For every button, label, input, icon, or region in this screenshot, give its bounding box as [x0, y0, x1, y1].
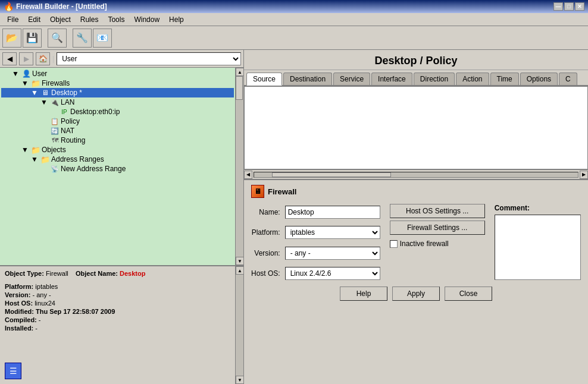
close-btn[interactable]: ✕	[575, 2, 584, 11]
tree-item-user[interactable]: ▼ 👤 User	[1, 69, 234, 78]
scroll-down-btn[interactable]: ▼	[236, 257, 243, 265]
tree-label: Firewalls	[42, 79, 234, 87]
tree-item-new-addr-range[interactable]: 📡 New Address Range	[1, 164, 234, 174]
tab-destination[interactable]: Destination	[283, 73, 332, 85]
modified-value: Thu Sep 17 22:58:07 2009	[36, 308, 115, 315]
tree-user-select[interactable]: User	[57, 52, 241, 65]
install-btn[interactable]: 📧	[93, 29, 112, 48]
spacer	[39, 127, 49, 135]
app-icon: 🔥	[4, 2, 14, 11]
firewall-icon: 🖥	[40, 89, 50, 97]
home-btn[interactable]: 🏠	[36, 52, 50, 65]
object-type-value: Firewall	[46, 270, 68, 277]
h-scroll-thumb[interactable]	[272, 172, 391, 177]
info-panel: Object Type: Firewall Object Name: Deskt…	[0, 265, 243, 384]
tree-item-address-ranges[interactable]: ▼ 📁 Address Ranges	[1, 155, 234, 164]
menu-object[interactable]: Object	[45, 14, 76, 25]
ip-icon: IP	[60, 108, 69, 116]
tree-item-nat[interactable]: 🔄 NAT	[1, 126, 234, 136]
platform-label: Platform:	[5, 283, 33, 290]
scroll-track[interactable]	[236, 76, 243, 257]
info-scrollbar[interactable]: ▲ ▼	[235, 266, 243, 384]
scroll-thumb[interactable]	[236, 76, 243, 100]
window-title: Firewall Builder - [Untitled]	[16, 2, 107, 11]
menu-help[interactable]: Help	[164, 14, 189, 25]
tab-source[interactable]: Source	[246, 73, 282, 86]
tab-service[interactable]: Service	[333, 73, 370, 85]
tab-time[interactable]: Time	[490, 73, 519, 85]
h-scrollbar[interactable]: ◀ ▶	[244, 169, 588, 179]
menu-file[interactable]: File	[2, 14, 23, 25]
version-label: Version:	[5, 291, 30, 298]
info-scroll-down[interactable]: ▼	[236, 376, 243, 384]
hostos-settings-btn[interactable]: Host OS Settings ...	[390, 204, 485, 218]
back-btn[interactable]: ◀	[2, 52, 17, 65]
tree-label: Objects	[42, 146, 234, 154]
comment-textarea[interactable]	[495, 215, 581, 280]
info-scroll-track	[236, 275, 243, 376]
user-icon: 👤	[21, 70, 31, 78]
scroll-up-btn[interactable]: ▲	[236, 68, 243, 76]
form-right: Comment:	[495, 204, 581, 282]
tab-c[interactable]: C	[559, 73, 577, 85]
open-btn[interactable]: 📂	[2, 29, 21, 48]
spacer	[39, 136, 49, 144]
tree-label: Address Ranges	[51, 155, 234, 163]
tree-item-objects[interactable]: ▼ 📁 Objects	[1, 145, 234, 155]
version-select[interactable]: - any - 1.2 1.3	[285, 247, 380, 260]
h-scroll-left[interactable]: ◀	[244, 171, 252, 179]
h-scroll-right[interactable]: ▶	[580, 171, 588, 179]
h-scroll-track[interactable]	[254, 172, 578, 178]
tree-item-routing[interactable]: 🗺 Routing	[1, 136, 234, 145]
modified-label: Modified:	[5, 308, 34, 315]
help-btn[interactable]: Help	[340, 287, 387, 301]
folder-icon: 📁	[31, 79, 40, 87]
firewall-settings-btn[interactable]: Firewall Settings ...	[390, 221, 485, 235]
tree-label: LAN	[61, 98, 234, 106]
tree-item-desktop[interactable]: ▼ 🖥 Desktop *	[1, 88, 234, 97]
platform-label: Platform:	[251, 228, 280, 237]
platform-select[interactable]: iptables pf ipfw	[285, 226, 380, 239]
menu-window[interactable]: Window	[129, 14, 164, 25]
menu-edit[interactable]: Edit	[23, 14, 45, 25]
search-btn[interactable]: 🔍	[48, 29, 67, 48]
compiled-value: -	[39, 316, 41, 323]
menu-tools[interactable]: Tools	[103, 14, 129, 25]
save-btn[interactable]: 💾	[23, 29, 42, 48]
version-label: Version:	[251, 249, 280, 257]
left-panel: ◀ ▶ 🏠 | User ▼ 👤 User ▼ 📁 Fir	[0, 50, 244, 384]
tab-direction[interactable]: Direction	[414, 73, 455, 85]
tree-scrollbar[interactable]: ▲ ▼	[235, 68, 243, 265]
inactive-checkbox[interactable]	[390, 240, 398, 248]
network-icon: 🔌	[50, 98, 60, 106]
close-btn[interactable]: Close	[445, 287, 492, 301]
tab-interface[interactable]: Interface	[371, 73, 412, 85]
tree-item-policy[interactable]: 📋 Policy	[1, 117, 234, 126]
folder-icon: 📁	[31, 146, 40, 154]
forward-btn[interactable]: ▶	[19, 52, 33, 65]
minimize-btn[interactable]: —	[553, 2, 563, 11]
hostos-label: Host OS:	[5, 300, 33, 307]
tree-item-firewalls[interactable]: ▼ 📁 Firewalls	[1, 78, 234, 88]
title-bar: 🔥 Firewall Builder - [Untitled] — □ ✕	[0, 0, 588, 13]
settings-btn[interactable]: 🔧	[73, 29, 92, 48]
tab-options[interactable]: Options	[520, 73, 558, 85]
info-scroll-up[interactable]: ▲	[236, 266, 243, 275]
object-name-label: Object Name:	[76, 270, 118, 277]
maximize-btn[interactable]: □	[564, 2, 574, 11]
tree-item-eth0[interactable]: IP Desktop:eth0:ip	[1, 107, 234, 117]
policy-icon: 📋	[50, 117, 60, 125]
comment-label: Comment:	[495, 204, 581, 212]
apply-btn[interactable]: Apply	[392, 287, 440, 301]
menu-rules[interactable]: Rules	[76, 14, 104, 25]
tab-action[interactable]: Action	[456, 73, 489, 85]
installed-value: -	[35, 325, 37, 332]
collapse-icon: ▼	[30, 155, 39, 163]
name-input[interactable]	[285, 206, 380, 219]
inactive-row: Inactive firewall	[390, 240, 485, 248]
folder-icon: 📁	[40, 155, 50, 163]
hostos-value: linux24	[35, 300, 55, 307]
tree-item-lan[interactable]: ▼ 🔌 LAN	[1, 97, 234, 107]
collapse-icon: ▼	[39, 98, 49, 106]
hostos-select[interactable]: Linux 2.4/2.6 Linux 2.2 BSD	[285, 267, 380, 280]
